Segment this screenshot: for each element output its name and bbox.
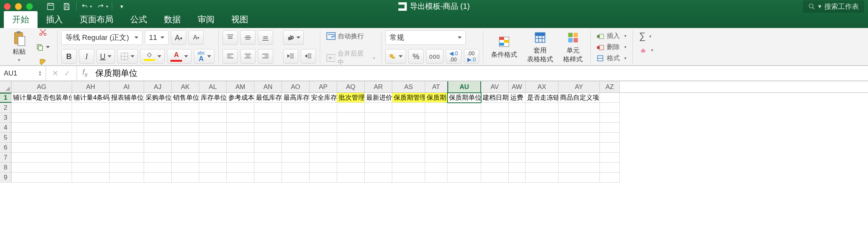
cell-AM8[interactable] xyxy=(227,163,254,173)
fx-icon[interactable]: fx xyxy=(77,68,93,79)
cell-AX4[interactable] xyxy=(526,123,558,133)
cell-AS8[interactable] xyxy=(392,163,425,173)
currency-button[interactable] xyxy=(385,49,406,64)
cell-AR2[interactable] xyxy=(365,103,392,113)
cell-AY8[interactable] xyxy=(558,163,600,173)
cell-AP5[interactable] xyxy=(310,133,337,143)
cell-AT8[interactable] xyxy=(425,163,447,173)
cell-AU4[interactable] xyxy=(447,123,481,133)
cell-AI8[interactable] xyxy=(110,163,144,173)
cell-AR8[interactable] xyxy=(365,163,392,173)
cell-AQ1[interactable]: 批次管理 xyxy=(337,93,365,103)
spreadsheet-grid[interactable]: AGAHAIAJAKALAMANAOAPAQARASATAUAVAWAXAYAZ… xyxy=(0,81,868,183)
cell-AX9[interactable] xyxy=(526,173,558,183)
cell-AJ4[interactable] xyxy=(144,123,172,133)
cell-AO3[interactable] xyxy=(282,113,310,123)
merge-center-button[interactable]: 合并后居中▾ xyxy=(324,52,377,64)
cell-AJ9[interactable] xyxy=(144,173,172,183)
cell-AS2[interactable] xyxy=(392,103,425,113)
percent-button[interactable]: % xyxy=(408,49,424,64)
maximize-window-button[interactable] xyxy=(26,3,33,10)
cell-AZ1[interactable] xyxy=(600,93,620,103)
cell-AT1[interactable]: 保质期 xyxy=(425,93,447,103)
cell-AR5[interactable] xyxy=(365,133,392,143)
cell-AN1[interactable]: 最低库存 xyxy=(254,93,282,103)
cell-AG9[interactable] xyxy=(11,173,72,183)
cell-AI5[interactable] xyxy=(110,133,144,143)
cell-AK3[interactable] xyxy=(172,113,199,123)
cell-AK2[interactable] xyxy=(172,103,199,113)
tab-view[interactable]: 视图 xyxy=(223,11,257,28)
cell-AY1[interactable]: 商品自定义项 xyxy=(558,93,600,103)
cell-AG1[interactable]: 辅计量4是否包装单位 xyxy=(11,93,72,103)
cell-AY5[interactable] xyxy=(558,133,600,143)
cell-AT9[interactable] xyxy=(425,173,447,183)
decrease-font-button[interactable]: A▾ xyxy=(188,30,204,45)
cell-AN9[interactable] xyxy=(254,173,282,183)
cell-AQ9[interactable] xyxy=(337,173,365,183)
cell-AJ6[interactable] xyxy=(144,143,172,153)
cell-AN2[interactable] xyxy=(254,103,282,113)
cell-AM5[interactable] xyxy=(227,133,254,143)
column-header-AJ[interactable]: AJ xyxy=(144,81,172,92)
cell-AG5[interactable] xyxy=(11,133,72,143)
save-icon[interactable] xyxy=(59,1,75,12)
phonetic-button[interactable]: abcA xyxy=(194,49,214,64)
cell-AW4[interactable] xyxy=(509,123,526,133)
cell-AK1[interactable]: 销售单位 xyxy=(172,93,199,103)
cell-AV7[interactable] xyxy=(481,153,509,163)
cell-AT3[interactable] xyxy=(425,113,447,123)
cell-AS9[interactable] xyxy=(392,173,425,183)
decrease-indent-button[interactable] xyxy=(283,49,298,64)
cell-AX3[interactable] xyxy=(526,113,558,123)
column-header-AQ[interactable]: AQ xyxy=(337,81,365,92)
cell-AJ1[interactable]: 采购单位 xyxy=(144,93,172,103)
cell-AR7[interactable] xyxy=(365,153,392,163)
cell-AT5[interactable] xyxy=(425,133,447,143)
cell-AZ7[interactable] xyxy=(600,153,620,163)
cell-AQ3[interactable] xyxy=(337,113,365,123)
cell-AJ7[interactable] xyxy=(144,153,172,163)
column-header-AM[interactable]: AM xyxy=(227,81,254,92)
cut-button[interactable] xyxy=(33,26,53,39)
cell-AG8[interactable] xyxy=(11,163,72,173)
cell-AU8[interactable] xyxy=(447,163,481,173)
cell-AZ3[interactable] xyxy=(600,113,620,123)
column-header-AY[interactable]: AY xyxy=(558,81,600,92)
cell-AY2[interactable] xyxy=(558,103,600,113)
font-color-button[interactable]: A xyxy=(167,49,192,64)
cell-AG2[interactable] xyxy=(11,103,72,113)
cell-AM1[interactable]: 参考成本 xyxy=(227,93,254,103)
increase-font-button[interactable]: A▴ xyxy=(171,30,186,45)
row-header-5[interactable]: 5 xyxy=(0,133,11,143)
cell-AY9[interactable] xyxy=(558,173,600,183)
bold-button[interactable]: B xyxy=(61,49,77,64)
cell-AH7[interactable] xyxy=(72,153,110,163)
row-header-9[interactable]: 9 xyxy=(0,173,11,183)
align-left-button[interactable] xyxy=(223,49,238,64)
cell-AX1[interactable]: 是否走冻链 xyxy=(526,93,558,103)
cell-AM3[interactable] xyxy=(227,113,254,123)
cell-styles-button[interactable]: 单元 格样式 xyxy=(559,29,586,65)
search-box[interactable]: ▾ 搜索工作表 xyxy=(803,0,864,13)
cell-AN8[interactable] xyxy=(254,163,282,173)
cell-AJ8[interactable] xyxy=(144,163,172,173)
insert-cells-button[interactable]: +插入▾ xyxy=(594,30,629,41)
cell-AP9[interactable] xyxy=(310,173,337,183)
cell-AH9[interactable] xyxy=(72,173,110,183)
cell-AI9[interactable] xyxy=(110,173,144,183)
cell-AO6[interactable] xyxy=(282,143,310,153)
cell-AK7[interactable] xyxy=(172,153,199,163)
cell-AL2[interactable] xyxy=(199,103,227,113)
cell-AG7[interactable] xyxy=(11,153,72,163)
tab-home[interactable]: 开始 xyxy=(4,11,38,28)
cell-AX6[interactable] xyxy=(526,143,558,153)
font-name-combo[interactable]: 等线 Regular (正文) xyxy=(61,30,142,45)
cell-AO8[interactable] xyxy=(282,163,310,173)
cell-AM4[interactable] xyxy=(227,123,254,133)
cell-AY3[interactable] xyxy=(558,113,600,123)
autosum-button[interactable]: ∑▾ xyxy=(637,30,653,42)
cell-AY4[interactable] xyxy=(558,123,600,133)
cell-AX7[interactable] xyxy=(526,153,558,163)
clear-button[interactable]: ▾ xyxy=(637,44,655,56)
